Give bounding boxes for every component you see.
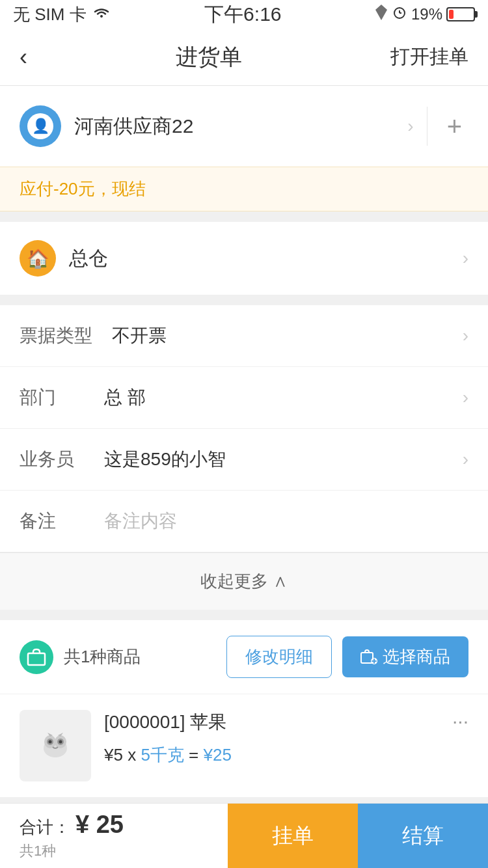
invoice-type-row[interactable]: 票据类型 不开票 ›: [0, 305, 488, 367]
status-bar: 无 SIM 卡 下午6:16 19%: [0, 0, 488, 29]
invoice-type-label: 票据类型: [20, 323, 92, 348]
add-button[interactable]: +: [441, 112, 468, 141]
warehouse-chevron-icon: ›: [463, 248, 468, 269]
footer: 合计： ¥ 25 共1种 挂单 结算: [0, 803, 488, 868]
product-title: 苹果: [190, 712, 226, 732]
supplier-chevron-icon: ›: [407, 116, 413, 137]
total-amount: ¥ 25: [75, 811, 124, 839]
total-sub: 共1种: [20, 841, 208, 861]
product-code: [0000001]: [104, 712, 185, 732]
location-icon: [375, 5, 388, 24]
product-info: [0000001] 苹果 ¥5 x 5千克 = ¥25: [104, 710, 446, 766]
department-row[interactable]: 部门 总 部 ›: [0, 367, 488, 429]
nav-bar: ‹ 进货单 打开挂单: [0, 29, 488, 86]
svg-rect-3: [28, 653, 45, 665]
form-card: 票据类型 不开票 › 部门 总 部 › 业务员 这是859的小智 › 备注 备注…: [0, 305, 488, 610]
hang-button[interactable]: 挂单: [228, 804, 358, 868]
warehouse-row[interactable]: 🏠 总仓 ›: [0, 222, 488, 295]
svg-point-12: [59, 740, 62, 743]
supplier-name: 河南供应商22: [74, 113, 407, 140]
product-unit-price: ¥5: [104, 745, 123, 765]
department-label: 部门: [20, 385, 85, 410]
remark-label: 备注: [20, 509, 85, 534]
product-name: [0000001] 苹果: [104, 710, 446, 735]
vertical-divider: [427, 107, 427, 146]
product-total: ¥25: [204, 745, 232, 765]
edit-detail-button[interactable]: 修改明细: [226, 636, 332, 678]
total-label: 合计：: [20, 816, 70, 839]
supplier-card: 👤 河南供应商22 › + 应付-20元，现结: [0, 86, 488, 211]
battery-percent: 19%: [411, 5, 442, 23]
back-button[interactable]: ‹: [20, 44, 27, 71]
product-count-icon: [20, 640, 53, 674]
department-chevron: ›: [463, 387, 468, 408]
page-title: 进货单: [176, 42, 242, 72]
salesperson-value: 这是859的小智: [104, 447, 463, 472]
settle-button[interactable]: 结算: [358, 804, 488, 868]
warehouse-card: 🏠 总仓 ›: [0, 222, 488, 295]
product-header: 共1种商品 修改明细 选择商品: [0, 620, 488, 694]
product-price-row: ¥5 x 5千克 = ¥25: [104, 744, 446, 766]
remark-placeholder: 备注内容: [104, 509, 468, 534]
warning-banner: 应付-20元，现结: [0, 167, 488, 211]
product-card: 共1种商品 修改明细 选择商品: [0, 620, 488, 798]
salesperson-label: 业务员: [20, 447, 85, 472]
department-value: 总 部: [104, 385, 463, 410]
product-qty: 5千克: [141, 745, 183, 765]
main-content: 👤 河南供应商22 › + 应付-20元，现结 🏠 总仓 › 票据类型 不开票 …: [0, 86, 488, 868]
supplier-row[interactable]: 👤 河南供应商22 › +: [0, 86, 488, 167]
battery-icon: [446, 7, 475, 21]
remark-row[interactable]: 备注 备注内容: [0, 491, 488, 552]
status-carrier: 无 SIM 卡: [13, 3, 111, 26]
status-right: 19%: [375, 5, 475, 24]
collapse-button[interactable]: 收起更多 ∧: [0, 552, 488, 610]
salesperson-chevron: ›: [463, 449, 468, 470]
product-item: [0000001] 苹果 ¥5 x 5千克 = ¥25 ···: [0, 694, 488, 798]
svg-point-11: [49, 740, 52, 743]
warning-text: 应付-20元，现结: [20, 179, 146, 198]
salesperson-row[interactable]: 业务员 这是859的小智 ›: [0, 429, 488, 491]
invoice-type-value: 不开票: [112, 323, 463, 348]
invoice-type-chevron: ›: [463, 325, 468, 346]
product-thumbnail: [20, 710, 91, 781]
alarm-icon: [392, 5, 407, 24]
product-menu-button[interactable]: ···: [446, 710, 468, 732]
warehouse-name: 总仓: [69, 245, 463, 272]
select-product-button[interactable]: 选择商品: [342, 636, 468, 677]
owl-icon: [36, 724, 75, 768]
select-product-label: 选择商品: [383, 645, 450, 668]
wifi-icon: [92, 5, 111, 25]
warehouse-icon: 🏠: [20, 240, 56, 277]
status-time: 下午6:16: [204, 1, 281, 28]
product-count-text: 共1种商品: [64, 645, 226, 668]
footer-total: 合计： ¥ 25 共1种: [0, 804, 228, 868]
open-hang-button[interactable]: 打开挂单: [390, 44, 468, 70]
supplier-avatar: 👤: [20, 105, 61, 147]
